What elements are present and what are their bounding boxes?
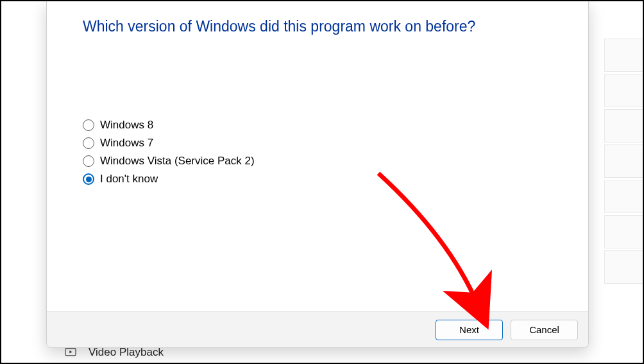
radio-icon	[83, 173, 94, 185]
background-nav-item-label: Video Playback	[89, 346, 164, 359]
background-nav-item-video-playback[interactable]: Video Playback	[64, 346, 164, 359]
radio-label: Windows 8	[100, 119, 153, 132]
background-list-rows	[604, 39, 643, 284]
next-button[interactable]: Next	[436, 320, 503, 340]
radio-icon	[83, 155, 94, 167]
background-row	[604, 109, 643, 143]
background-row	[604, 180, 643, 213]
dialog-body: Which version of Windows did this progra…	[47, 1, 588, 311]
radio-icon	[83, 137, 94, 149]
background-row	[604, 39, 643, 72]
dialog-footer: Next Cancel	[47, 311, 588, 347]
os-version-radio-group: Windows 8 Windows 7 Windows Vista (Servi…	[83, 119, 552, 186]
radio-label: I don't know	[100, 173, 158, 186]
cancel-button[interactable]: Cancel	[511, 320, 578, 340]
background-row	[604, 250, 643, 284]
compatibility-dialog: Which version of Windows did this progra…	[46, 1, 589, 348]
radio-icon	[83, 119, 94, 131]
background-row	[604, 215, 643, 248]
radio-label: Windows Vista (Service Pack 2)	[100, 155, 255, 168]
background-row	[604, 74, 643, 107]
radio-option-windows-8[interactable]: Windows 8	[83, 119, 552, 132]
radio-option-windows-7[interactable]: Windows 7	[83, 137, 552, 150]
dialog-title: Which version of Windows did this progra…	[83, 18, 552, 35]
video-playback-icon	[64, 347, 77, 358]
background-row	[604, 144, 643, 178]
radio-option-windows-vista-sp2[interactable]: Windows Vista (Service Pack 2)	[83, 155, 552, 168]
radio-option-i-dont-know[interactable]: I don't know	[83, 173, 552, 186]
radio-label: Windows 7	[100, 137, 153, 150]
